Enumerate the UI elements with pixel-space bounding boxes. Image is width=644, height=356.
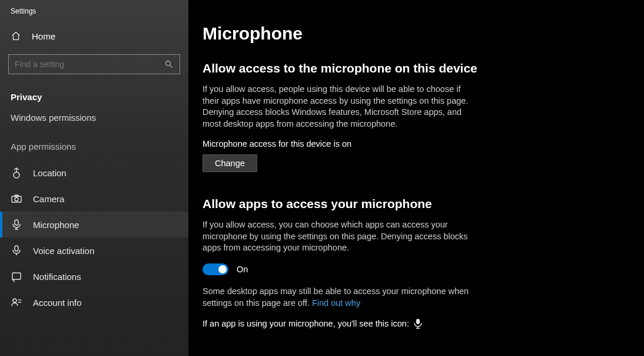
sidebar-item-voice-activation[interactable]: Voice activation xyxy=(0,238,188,263)
sidebar-item-camera[interactable]: Camera xyxy=(0,186,188,212)
section2-body: If you allow access, you can choose whic… xyxy=(203,219,479,254)
home-icon xyxy=(11,31,21,41)
sidebar-item-location[interactable]: Location xyxy=(0,160,188,186)
svg-rect-7 xyxy=(15,246,18,251)
apps-access-toggle[interactable] xyxy=(203,263,228,275)
main-content: Microphone Allow access to the microphon… xyxy=(188,0,644,356)
section1-heading: Allow access to the microphone on this d… xyxy=(203,61,632,75)
search-box[interactable] xyxy=(8,54,180,74)
sidebar-item-label: Microphone xyxy=(33,220,79,230)
microphone-icon xyxy=(11,219,22,230)
settings-app: Settings Home Privacy Windows permission… xyxy=(0,0,644,356)
nav-home-label: Home xyxy=(32,31,55,41)
sidebar-item-notifications[interactable]: Notifications xyxy=(0,263,188,289)
search-icon xyxy=(164,60,174,69)
usage-indicator-text: If an app is using your microphone, you'… xyxy=(203,319,409,328)
subnav-windows-permissions[interactable]: Windows permissions xyxy=(0,107,188,128)
camera-icon xyxy=(11,193,22,205)
nav-home[interactable]: Home xyxy=(0,24,188,48)
account-info-icon xyxy=(11,296,22,308)
svg-rect-8 xyxy=(12,273,21,279)
toggle-knob xyxy=(218,265,227,273)
sidebar-item-label: Camera xyxy=(33,194,64,204)
section-privacy: Privacy xyxy=(0,79,188,107)
sidebar: Settings Home Privacy Windows permission… xyxy=(0,0,188,356)
mic-access-status: Microphone access for this device is on xyxy=(203,139,632,149)
svg-rect-12 xyxy=(416,319,420,324)
change-button[interactable]: Change xyxy=(203,154,257,172)
location-icon xyxy=(11,167,22,179)
svg-rect-5 xyxy=(15,195,18,196)
sidebar-item-label: Notifications xyxy=(33,272,81,282)
svg-line-1 xyxy=(170,65,172,68)
nav-list: Location Camera Microphone Voice activat… xyxy=(0,160,188,315)
desktop-apps-note: Some desktop apps may still be able to a… xyxy=(203,286,479,309)
svg-point-0 xyxy=(165,61,170,65)
sidebar-item-label: Voice activation xyxy=(33,246,94,256)
section-app-permissions: App permissions xyxy=(0,128,188,156)
section1-body: If you allow access, people using this d… xyxy=(203,84,479,130)
sidebar-item-account-info[interactable]: Account info xyxy=(0,289,188,315)
toggle-state-label: On xyxy=(237,265,248,274)
find-out-why-link[interactable]: Find out why xyxy=(312,298,360,308)
window-title: Settings xyxy=(0,5,188,24)
page-title: Microphone xyxy=(203,24,632,44)
svg-point-9 xyxy=(13,299,16,302)
svg-point-2 xyxy=(14,172,19,178)
voice-activation-icon xyxy=(11,245,22,256)
microphone-indicator-icon xyxy=(414,318,422,329)
svg-point-4 xyxy=(15,197,18,201)
section2-heading: Allow apps to access your microphone xyxy=(203,197,632,211)
sidebar-item-label: Account info xyxy=(33,298,82,308)
svg-rect-6 xyxy=(15,220,18,225)
search-input[interactable] xyxy=(9,60,164,69)
usage-indicator-line: If an app is using your microphone, you'… xyxy=(203,318,422,329)
notifications-icon xyxy=(11,271,22,282)
sidebar-item-microphone[interactable]: Microphone xyxy=(0,212,188,238)
sidebar-item-label: Location xyxy=(33,168,67,178)
